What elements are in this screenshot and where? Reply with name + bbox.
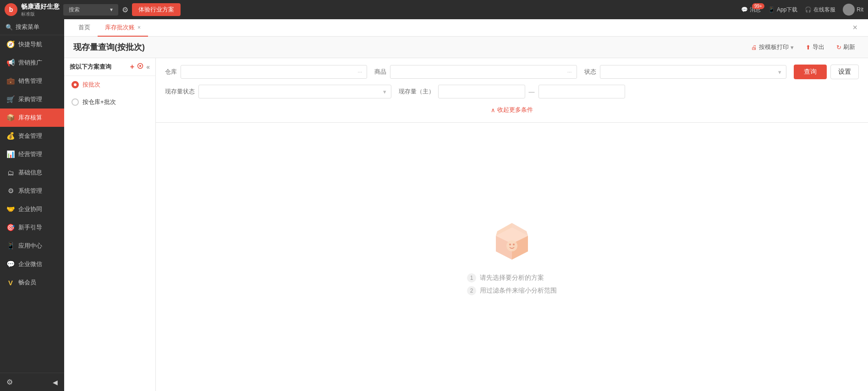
print-btn[interactable]: 🖨 按模板打印 ▾ — [747, 41, 797, 53]
body-panels: 按以下方案查询 + « — [64, 58, 868, 391]
tab-close-btn[interactable]: × — [137, 24, 141, 31]
print-chevron-icon: ▾ — [791, 44, 794, 51]
topbar: b 畅康通好生意 标准版 搜索 ▾ ⚙ 体验行业方案 💬 消息 99+ 📱 Ap… — [0, 0, 868, 19]
page-actions: 🖨 按模板打印 ▾ ⬆ 导出 ↻ 刷新 — [747, 41, 859, 53]
collapse-filters-btn[interactable]: ∧ 收起更多条件 — [165, 104, 859, 116]
filter-row-1: 仓库 ··· 商品 — [165, 65, 859, 79]
sidebar-settings-icon[interactable]: ⚙ — [6, 378, 13, 386]
topbar-gear-icon[interactable]: ⚙ — [122, 5, 128, 14]
sidebar-item-system[interactable]: ⚙ 系统管理 — [0, 182, 64, 200]
sidebar-item-enterprise-wechat[interactable]: 💬 企业微信 — [0, 255, 64, 273]
qty-range: — — [438, 85, 625, 98]
sidebar-item-enterprise-collab[interactable]: 🤝 企业协同 — [0, 200, 64, 218]
warehouse-more-icon: ··· — [357, 69, 362, 75]
message-icon: 💬 — [741, 6, 748, 13]
refresh-icon: ↻ — [836, 44, 841, 51]
left-panel: 按以下方案查询 + « — [64, 58, 156, 391]
filter-inventory-qty: 现存量（主） — — [399, 85, 625, 98]
sidebar-item-new-guide[interactable]: 🎯 新手引导 — [0, 218, 64, 237]
scheme-item-by-batch[interactable]: 按批次 — [64, 76, 155, 93]
trial-button[interactable]: 体验行业方案 — [132, 3, 181, 16]
qty-from-input[interactable] — [438, 85, 525, 98]
sidebar-item-finance[interactable]: 💰 资金管理 — [0, 127, 64, 145]
status-select[interactable]: ▾ — [600, 65, 786, 79]
sidebar-item-inventory[interactable]: 📦 库存核算 — [0, 109, 64, 127]
layout: 🔍 搜索菜单 🧭 快捷导航 📢 营销推广 💼 销售管理 🛒 采购管理 📦 库存核… — [0, 19, 868, 391]
sidebar-item-marketing[interactable]: 📢 营销推广 — [0, 54, 64, 72]
filter-inventory-status: 现存量状态 ▾ — [165, 85, 391, 98]
sidebar-item-vip-member[interactable]: V 畅会员 — [0, 273, 64, 292]
sidebar-item-basic[interactable]: 🗂 基础信息 — [0, 163, 64, 182]
right-content: 首页 库存批次账 × × 现存量查询(按批次) 🖨 按模板打印 — [64, 19, 868, 391]
sidebar-item-sales[interactable]: 💼 销售管理 — [0, 72, 64, 90]
operations-icon: 📊 — [6, 150, 15, 158]
refresh-btn[interactable]: ↻ 刷新 — [833, 41, 859, 53]
basic-icon: 🗂 — [6, 168, 15, 177]
avatar — [843, 4, 855, 16]
collapse-icon: ∧ — [491, 107, 495, 114]
sidebar-item-operations[interactable]: 📊 经营管理 — [0, 145, 64, 163]
topbar-search[interactable]: 搜索 ▾ — [63, 4, 118, 16]
sidebar-item-app-center[interactable]: 📱 应用中心 — [0, 237, 64, 255]
export-btn[interactable]: ⬆ 导出 — [802, 41, 828, 53]
radio-by-warehouse-batch — [71, 98, 79, 106]
tab-close-all-btn[interactable]: × — [849, 23, 861, 33]
phone-icon: 📱 — [768, 6, 775, 13]
product-input[interactable]: ··· — [390, 65, 577, 79]
wechat-icon: 💬 — [6, 260, 15, 268]
content-area: 1 请先选择要分析的方案 2 用过滤条件来缩小分析范围 — [156, 123, 868, 391]
online-service-btn[interactable]: 🎧 在线客服 — [805, 6, 835, 14]
chevron-down-status-icon: ▾ — [778, 69, 781, 76]
left-panel-collapse-btn[interactable]: « — [146, 63, 150, 71]
qty-to-input[interactable] — [538, 85, 626, 98]
sales-icon: 💼 — [6, 77, 15, 85]
printer-icon: 🖨 — [751, 44, 757, 51]
sidebar-collapse-icon[interactable]: ◀ — [53, 379, 58, 386]
sidebar-item-quick-nav[interactable]: 🧭 快捷导航 — [0, 35, 64, 54]
main-area: 首页 库存批次账 × × 现存量查询(按批次) 🖨 按模板打印 — [64, 19, 868, 391]
radio-by-batch — [71, 81, 79, 88]
svg-point-10 — [513, 244, 515, 245]
filter-warehouse: 仓库 ··· — [165, 65, 367, 79]
user-avatar[interactable]: Rit — [843, 4, 863, 16]
query-button[interactable]: 查询 — [794, 65, 827, 79]
settings-button[interactable]: 设置 — [830, 65, 859, 79]
left-panel-actions: + « — [130, 63, 150, 71]
quick-nav-icon: 🧭 — [6, 40, 15, 49]
marketing-icon: 📢 — [6, 59, 15, 67]
inventory-icon: 📦 — [6, 114, 15, 122]
filter-status: 状态 ▾ — [584, 65, 786, 79]
purchase-icon: 🛒 — [6, 95, 15, 103]
svg-point-8 — [506, 240, 517, 251]
guide-icon: 🎯 — [6, 223, 15, 232]
empty-hint-2: 2 用过滤条件来缩小分析范围 — [467, 286, 557, 295]
filter-product: 商品 ··· — [374, 65, 577, 79]
filter-row-2: 现存量状态 ▾ 现存量（主） — [165, 85, 859, 98]
tab-home[interactable]: 首页 — [71, 19, 98, 37]
vip-icon: V — [6, 278, 15, 287]
empty-hint-1: 1 请先选择要分析的方案 — [467, 273, 557, 282]
chevron-down-icon: ▾ — [110, 6, 113, 13]
app-download-btn[interactable]: 📱 App下载 — [768, 6, 797, 14]
empty-hints: 1 请先选择要分析的方案 2 用过滤条件来缩小分析范围 — [467, 273, 557, 295]
app-logo: b — [5, 3, 17, 16]
collab-icon: 🤝 — [6, 205, 15, 213]
filter-area: 仓库 ··· 商品 — [156, 58, 868, 123]
sidebar: 🔍 搜索菜单 🧭 快捷导航 📢 营销推广 💼 销售管理 🛒 采购管理 📦 库存核… — [0, 19, 64, 391]
left-panel-header: 按以下方案查询 + « — [64, 58, 155, 76]
sidebar-search[interactable]: 🔍 搜索菜单 — [0, 19, 64, 35]
tabbar: 首页 库存批次账 × × — [64, 19, 868, 37]
scheme-item-by-warehouse-batch[interactable]: 按仓库+批次 — [64, 93, 155, 111]
export-icon: ⬆ — [806, 44, 811, 51]
message-btn[interactable]: 💬 消息 99+ — [741, 6, 761, 14]
sidebar-item-purchase[interactable]: 🛒 采购管理 — [0, 90, 64, 109]
tab-batch-account[interactable]: 库存批次账 × — [98, 19, 148, 37]
page-header: 现存量查询(按批次) 🖨 按模板打印 ▾ ⬆ 导出 ↻ — [64, 37, 868, 58]
add-scheme-btn[interactable]: + — [130, 63, 134, 71]
topbar-right: 💬 消息 99+ 📱 App下载 🎧 在线客服 Rit — [741, 4, 863, 16]
inventory-status-select[interactable]: ▾ — [198, 85, 391, 98]
scheme-settings-btn[interactable] — [137, 63, 143, 71]
warehouse-input[interactable]: ··· — [181, 65, 367, 79]
system-icon: ⚙ — [6, 187, 15, 195]
page-title: 现存量查询(按批次) — [73, 42, 145, 53]
